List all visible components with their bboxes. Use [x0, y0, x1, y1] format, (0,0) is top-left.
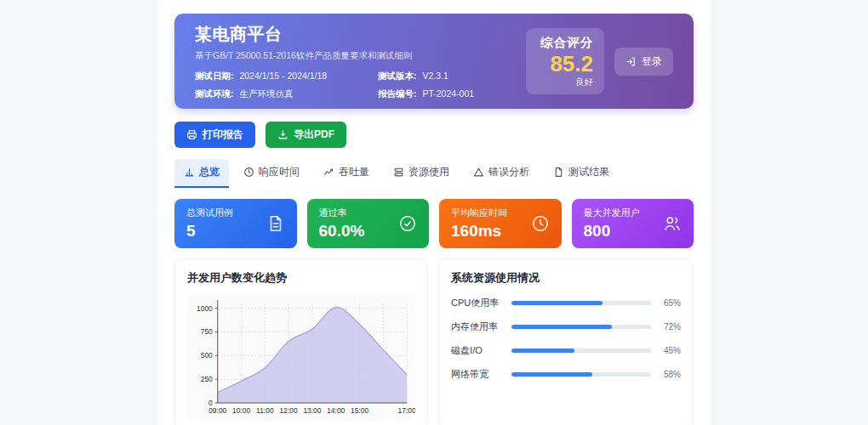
- svg-text:09:00: 09:00: [208, 406, 226, 415]
- concurrent-users-panel: 并发用户数变化趋势 0250500750100009:0010:0011:001…: [174, 258, 428, 425]
- stat-max-concurrent-users: 最大并发用户 800: [572, 199, 694, 248]
- concurrent-users-chart: 0250500750100009:0010:0011:0012:0013:001…: [187, 293, 415, 420]
- action-buttons: 打印报告 导出PDF: [174, 122, 694, 148]
- svg-text:14:00: 14:00: [327, 406, 345, 415]
- trend-icon: [323, 167, 334, 178]
- stat-cards: 总测试用例 5 通过率 60.0% 平均响应时间 160: [174, 199, 694, 248]
- svg-text:1000: 1000: [197, 304, 213, 313]
- progress-track: [511, 372, 651, 377]
- header-info: 某电商平台 基于GB/T 25000.51-2016软件产品质量要求和测试细则 …: [195, 23, 526, 100]
- page-subtitle: 基于GB/T 25000.51-2016软件产品质量要求和测试细则: [195, 50, 526, 62]
- tab-error-analysis[interactable]: 错误分析: [464, 159, 539, 188]
- report-meta: 测试日期: 2024/1/15 - 2024/1/18 测试版本: V2.3.1…: [195, 71, 526, 100]
- svg-text:250: 250: [201, 375, 213, 383]
- resource-rows: CPU使用率 65% 内存使用率 72% 磁盘I/O 45%: [451, 297, 681, 381]
- chart-title: 并发用户数变化趋势: [187, 270, 415, 286]
- progress-fill: [511, 372, 592, 377]
- tab-test-results[interactable]: 测试结果: [544, 159, 619, 188]
- bar-chart-icon: [184, 167, 195, 178]
- svg-text:11:00: 11:00: [256, 406, 274, 415]
- server-icon: [393, 167, 404, 178]
- stat-avg-response-time: 平均响应时间 160ms: [439, 199, 562, 248]
- progress-track: [511, 301, 651, 305]
- overall-score-card: 综合评分 85.2 良好: [526, 28, 604, 95]
- bottom-panels: 并发用户数变化趋势 0250500750100009:0010:0011:001…: [174, 258, 694, 425]
- svg-text:10:00: 10:00: [232, 406, 250, 415]
- tab-throughput[interactable]: 吞吐量: [314, 159, 379, 188]
- stat-pass-rate: 通过率 60.0%: [307, 199, 430, 248]
- report-header-banner: 某电商平台 基于GB/T 25000.51-2016软件产品质量要求和测试细则 …: [174, 14, 694, 109]
- progress-fill: [511, 348, 574, 353]
- check-circle-icon: [398, 214, 417, 233]
- progress-fill: [511, 301, 602, 305]
- login-icon: [625, 56, 637, 67]
- performance-report-page: 某电商平台 基于GB/T 25000.51-2016软件产品质量要求和测试细则 …: [0, 0, 868, 425]
- login-label: 登录: [642, 54, 662, 69]
- resource-row-disk-io: 磁盘I/O 45%: [451, 344, 681, 357]
- download-icon: [277, 129, 288, 140]
- svg-text:13:00: 13:00: [303, 406, 321, 415]
- tab-overview[interactable]: 总览: [174, 159, 229, 188]
- score-grade: 良好: [537, 76, 593, 88]
- system-resources-panel: 系统资源使用情况 CPU使用率 65% 内存使用率 72% 磁盘I/O: [438, 258, 694, 425]
- score-label: 综合评分: [537, 35, 593, 51]
- warning-icon: [473, 167, 484, 178]
- login-button[interactable]: 登录: [614, 48, 673, 76]
- stat-total-cases: 总测试用例 5: [174, 199, 297, 248]
- resource-row-memory: 内存使用率 72%: [451, 320, 681, 333]
- tab-resource-usage[interactable]: 资源使用: [384, 159, 459, 188]
- svg-text:12:00: 12:00: [280, 406, 298, 415]
- header-right: 综合评分 85.2 良好 登录: [526, 28, 673, 95]
- report-tabs: 总览 响应时间 吞吐量 资源使用: [174, 159, 694, 188]
- resources-title: 系统资源使用情况: [451, 270, 681, 286]
- svg-text:15:00: 15:00: [351, 406, 368, 415]
- file-text-icon: [266, 214, 285, 233]
- page-title: 某电商平台: [195, 23, 526, 46]
- svg-text:500: 500: [201, 351, 213, 360]
- resource-row-cpu: CPU使用率 65%: [451, 297, 681, 309]
- meta-test-env: 测试环境: 生产环境仿真: [195, 88, 378, 100]
- meta-report-id: 报告编号: PT-2024-001: [378, 88, 526, 100]
- resource-row-network: 网络带宽 58%: [451, 368, 681, 381]
- meta-test-date: 测试日期: 2024/1/15 - 2024/1/18: [195, 71, 378, 82]
- area-chart-svg: 0250500750100009:0010:0011:0012:0013:001…: [187, 293, 415, 420]
- export-pdf-button[interactable]: 导出PDF: [266, 122, 346, 148]
- svg-text:17:00: 17:00: [398, 406, 415, 415]
- content-column: 某电商平台 基于GB/T 25000.51-2016软件产品质量要求和测试细则 …: [157, 0, 711, 425]
- document-icon: [553, 167, 564, 178]
- svg-text:750: 750: [201, 327, 213, 336]
- print-report-button[interactable]: 打印报告: [174, 122, 255, 148]
- clock-icon: [531, 214, 550, 233]
- tab-response-time[interactable]: 响应时间: [234, 159, 309, 188]
- score-value: 85.2: [537, 52, 593, 76]
- meta-test-version: 测试版本: V2.3.1: [378, 71, 526, 82]
- progress-fill: [511, 325, 612, 329]
- progress-track: [511, 348, 651, 353]
- clock-icon: [243, 167, 254, 178]
- users-icon: [663, 214, 682, 233]
- printer-icon: [186, 129, 197, 140]
- progress-track: [511, 325, 651, 329]
